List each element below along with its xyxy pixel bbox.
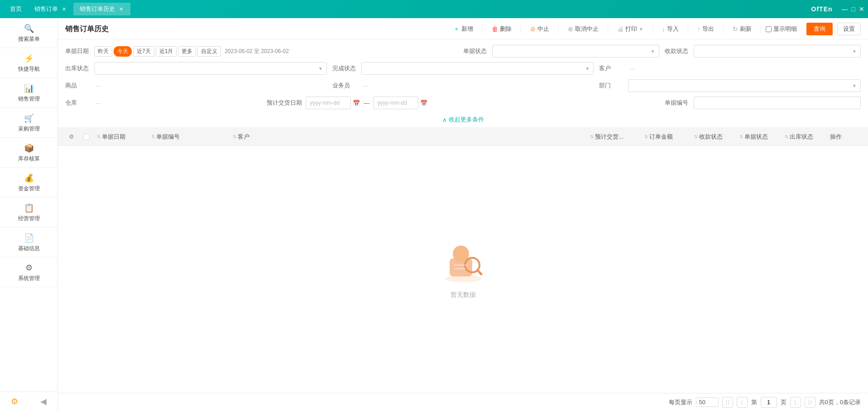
sort-date-icon[interactable]: ⇅ xyxy=(97,134,101,139)
dept-arrow-icon: ▼ xyxy=(852,83,857,88)
per-page-label: 每页显示 xyxy=(669,398,692,406)
quick-nav-icon: ⚡ xyxy=(24,53,34,63)
delete-button[interactable]: 🗑 删除 xyxy=(487,23,516,35)
export-button[interactable]: ↑ 导出 xyxy=(693,23,719,35)
stop-button[interactable]: ⊘ 中止 xyxy=(526,23,554,35)
delivery-date-start[interactable]: yyyy-mm-dd xyxy=(306,97,351,109)
sidebar-item-sys-mgmt-label: 系统管理 xyxy=(18,275,40,282)
column-settings-btn[interactable]: ⚙ xyxy=(63,133,80,140)
refresh-button[interactable]: ↻ 刷新 xyxy=(728,23,756,35)
refresh-label: 刷新 xyxy=(740,25,752,33)
bill-status-label: 单据状态 xyxy=(463,47,489,55)
display-detail-checkbox[interactable] xyxy=(766,26,772,32)
purchase-mgmt-icon: 🛒 xyxy=(24,113,34,123)
display-detail-label[interactable]: 显示明细 xyxy=(766,25,797,33)
sidebar-item-basic-info[interactable]: 📄 基础信息 xyxy=(0,227,58,257)
new-label: 新增 xyxy=(461,25,473,33)
prev-page-btn[interactable]: ⟨ xyxy=(737,397,748,408)
per-page-select[interactable]: 50 100 200 xyxy=(696,397,719,407)
sidebar-item-sales-mgmt[interactable]: 📊 销售管理 xyxy=(0,78,58,108)
import-button[interactable]: ↓ 导入 xyxy=(657,23,683,35)
delivery-date-start-cal-icon[interactable]: 📅 xyxy=(353,100,360,106)
sales-mgmt-icon: 📊 xyxy=(24,83,34,93)
tab-sales-order-history[interactable]: 销售订单历史 ✕ xyxy=(73,3,130,15)
sort-delivery-icon[interactable]: ⇅ xyxy=(590,134,594,139)
complete-status-label: 完成状态 xyxy=(332,64,358,73)
goods-dotted-btn[interactable]: ··· xyxy=(94,82,103,89)
bill-number-input[interactable] xyxy=(694,97,861,109)
svg-line-4 xyxy=(477,270,481,274)
sidebar-item-stock-calc[interactable]: 📦 库存核算 xyxy=(0,138,58,168)
page-header: 销售订单历史 ＋ 新增 🗑 删除 ⊘ 中止 ⊗ xyxy=(58,18,868,39)
salesperson-dotted-btn[interactable]: ··· xyxy=(361,82,370,89)
warehouse-dotted-btn[interactable]: ··· xyxy=(94,100,103,106)
sidebar-item-ops-mgmt[interactable]: 📋 经营管理 xyxy=(0,198,58,227)
sort-out-status-icon[interactable]: ⇅ xyxy=(785,134,788,139)
date-range-text: 2023-06-02 至 2023-06-02 xyxy=(225,48,288,55)
last-page-btn[interactable]: ⟩⟩ xyxy=(805,397,815,408)
sort-amount-icon[interactable]: ⇅ xyxy=(644,134,648,139)
page-num-input[interactable] xyxy=(761,397,777,408)
tab-sales-order[interactable]: 销售订单 ✕ xyxy=(28,3,73,15)
date-yesterday-btn[interactable]: 昨天 xyxy=(94,46,112,57)
col-customer-label: 客户 xyxy=(238,133,249,141)
sidebar-item-quick-nav[interactable]: ⚡ 快捷导航 xyxy=(0,48,58,78)
sidebar-item-sys-mgmt[interactable]: ⚙ 系统管理 xyxy=(0,257,58,287)
filter-customer: 客户 ··· xyxy=(599,64,861,73)
divider-6 xyxy=(688,25,688,33)
col-header-date: ⇅ 单据日期 xyxy=(93,133,148,141)
delivery-date-end-cal-icon[interactable]: 📅 xyxy=(420,100,427,106)
sidebar-item-purchase-mgmt[interactable]: 🛒 采购管理 xyxy=(0,108,58,138)
col-header-bill-status: ⇅ 单据状态 xyxy=(736,133,781,141)
goods-control: ··· xyxy=(94,82,327,89)
col-pay-status-label: 收款状态 xyxy=(699,133,723,141)
top-bar-right: OfTEn — □ ✕ xyxy=(811,5,864,13)
date-label: 单据日期 xyxy=(65,47,91,55)
date-custom-btn[interactable]: 自定义 xyxy=(197,46,221,57)
new-button[interactable]: ＋ 新增 xyxy=(449,23,478,35)
next-page-btn[interactable]: ⟩ xyxy=(790,397,801,408)
complete-status-select[interactable]: ▼ xyxy=(361,62,594,75)
window-minimize-btn[interactable]: — xyxy=(842,5,848,13)
bill-status-select[interactable]: ▼ xyxy=(492,45,659,58)
filter-salesperson: 业务员 ··· xyxy=(332,82,594,90)
date-7days-btn[interactable]: 近7天 xyxy=(133,46,154,57)
cancel-stop-button[interactable]: ⊗ 取消中止 xyxy=(563,23,603,35)
divider-3 xyxy=(558,25,559,33)
window-close-btn[interactable]: ✕ xyxy=(859,5,864,13)
search-button[interactable]: 查询 xyxy=(806,23,833,35)
top-bar: 首页 销售订单 ✕ 销售订单历史 ✕ OfTEn — □ ✕ xyxy=(0,0,868,18)
sidebar-item-sales-mgmt-label: 销售管理 xyxy=(18,95,40,103)
select-all-checkbox[interactable] xyxy=(80,134,93,140)
checkbox-icon xyxy=(83,134,90,140)
sort-number-icon[interactable]: ⇅ xyxy=(151,134,155,139)
first-page-btn[interactable]: ⟨⟨ xyxy=(722,397,733,408)
customer-label: 客户 xyxy=(599,64,624,73)
sidebar-settings-icon[interactable]: ⚙ xyxy=(11,396,18,406)
delivery-date-end[interactable]: yyyy-mm-dd xyxy=(373,97,418,109)
sort-customer-icon[interactable]: ⇅ xyxy=(233,134,236,139)
sidebar-item-search-menu[interactable]: 🔍 搜索菜单 xyxy=(0,18,58,48)
payment-status-select[interactable]: ▼ xyxy=(694,45,861,58)
collapse-row[interactable]: ∧ 收起更多条件 xyxy=(65,114,861,126)
tab-sales-order-close[interactable]: ✕ xyxy=(61,6,67,12)
date-more-btn[interactable]: 更多 xyxy=(178,46,196,57)
divider-5 xyxy=(652,25,653,33)
delivery-date-dash: — xyxy=(362,100,371,106)
customer-dotted-btn[interactable]: ··· xyxy=(628,65,637,72)
date-1month-btn[interactable]: 近1月 xyxy=(156,46,177,57)
sidebar-collapse-icon[interactable]: ◀ xyxy=(40,396,47,406)
filter-warehouse: 仓库 ··· xyxy=(65,99,261,107)
out-status-select[interactable]: ▼ xyxy=(94,62,327,75)
setting-button[interactable]: 设置 xyxy=(837,23,861,35)
print-button[interactable]: 🖨 打印 ▼ xyxy=(613,23,648,35)
tab-home[interactable]: 首页 xyxy=(4,3,28,15)
sort-bill-status-icon[interactable]: ⇅ xyxy=(739,134,743,139)
window-maximize-btn[interactable]: □ xyxy=(852,5,855,13)
tab-sales-order-history-close[interactable]: ✕ xyxy=(118,6,124,12)
date-today-btn[interactable]: 今天 xyxy=(114,46,132,57)
sidebar-item-fund-mgmt[interactable]: 💰 资金管理 xyxy=(0,168,58,198)
bill-number-control xyxy=(694,97,861,109)
dept-select[interactable]: ▼ xyxy=(628,79,861,92)
sort-pay-status-icon[interactable]: ⇅ xyxy=(694,134,698,139)
